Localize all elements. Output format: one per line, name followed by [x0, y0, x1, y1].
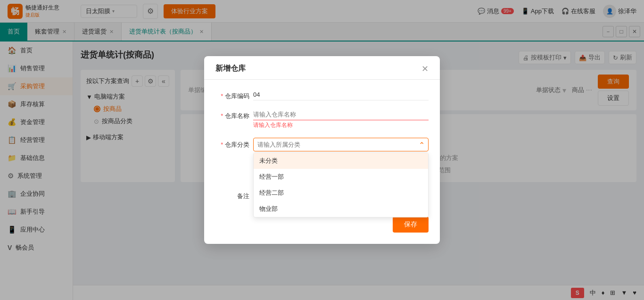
- code-label: 仓库编码: [215, 89, 253, 100]
- option-unclassified[interactable]: 未分类: [254, 153, 428, 169]
- modal-body: 仓库编码 仓库名称 请输入仓库名称 仓库分类: [204, 80, 440, 200]
- modal-overlay: 新增仓库 ✕ 仓库编码 仓库名称 请输入仓库名称: [0, 0, 644, 300]
- category-input[interactable]: [253, 138, 429, 151]
- category-dropdown-wrap: ⌃ 未分类 经营一部 经营二部 物业部: [253, 138, 429, 151]
- modal-header: 新增仓库 ✕: [204, 56, 440, 80]
- note-label: 备注: [215, 189, 253, 200]
- form-row-name: 仓库名称 请输入仓库名称: [215, 109, 429, 129]
- option-dept2[interactable]: 经营二部: [254, 185, 428, 201]
- category-label: 仓库分类: [215, 138, 253, 149]
- modal-close-button[interactable]: ✕: [421, 65, 429, 73]
- code-input[interactable]: [253, 89, 429, 100]
- name-error-msg: 请输入仓库名称: [253, 121, 429, 129]
- save-button[interactable]: 保存: [393, 217, 429, 233]
- form-row-code: 仓库编码: [215, 89, 429, 100]
- new-warehouse-modal: 新增仓库 ✕ 仓库编码 仓库名称 请输入仓库名称: [204, 56, 440, 244]
- option-property[interactable]: 物业部: [254, 201, 428, 217]
- category-dropdown-list: 未分类 经营一部 经营二部 物业部: [253, 152, 429, 217]
- option-dept1[interactable]: 经营一部: [254, 169, 428, 185]
- modal-title: 新增仓库: [215, 64, 246, 74]
- form-row-category: 仓库分类 ⌃ 未分类 经营一部 经营二部 物业部: [215, 138, 429, 151]
- name-input[interactable]: [253, 109, 429, 120]
- name-label: 仓库名称: [215, 109, 253, 120]
